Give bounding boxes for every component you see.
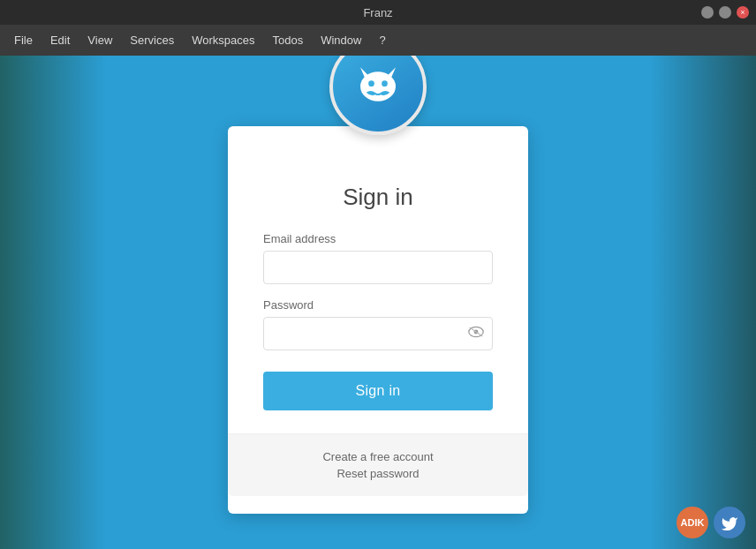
menu-services[interactable]: Services [123, 30, 181, 50]
minimize-button[interactable]: – [701, 6, 714, 19]
card-body: Sign in Email address Password [228, 184, 528, 419]
password-input[interactable] [263, 317, 493, 350]
login-card: Sign in Email address Password [228, 126, 528, 514]
bird-icon[interactable] [714, 507, 745, 538]
password-field-group: Password [263, 298, 493, 350]
window-controls: – □ × [701, 6, 749, 19]
password-label: Password [263, 298, 493, 312]
title-bar: Franz – □ × [0, 0, 756, 25]
svg-line-5 [470, 327, 483, 336]
card-footer: Create a free account Reset password [228, 433, 528, 496]
logo-wrapper [329, 56, 427, 135]
toggle-password-icon[interactable] [468, 326, 484, 342]
reset-password-link[interactable]: Reset password [263, 465, 493, 482]
main-content: Sign in Email address Password [0, 56, 756, 549]
menu-workspaces[interactable]: Workspaces [185, 30, 261, 50]
close-button[interactable]: × [737, 6, 749, 19]
menu-file[interactable]: File [7, 30, 40, 50]
bg-right-decoration [650, 56, 756, 549]
menu-edit[interactable]: Edit [43, 30, 77, 50]
franz-logo-icon [347, 64, 409, 109]
menu-bar: File Edit View Services Workspaces Todos… [0, 25, 756, 56]
svg-point-0 [360, 71, 396, 101]
menu-view[interactable]: View [80, 30, 119, 50]
menu-help[interactable]: ? [372, 30, 392, 50]
maximize-button[interactable]: □ [719, 6, 731, 19]
email-field-group: Email address [263, 232, 493, 284]
svg-point-1 [368, 80, 374, 86]
password-input-wrapper [263, 317, 493, 350]
menu-window[interactable]: Window [314, 30, 368, 50]
bg-left-decoration [0, 56, 106, 549]
svg-point-2 [382, 80, 388, 86]
create-account-link[interactable]: Create a free account [263, 448, 493, 465]
window-title: Franz [363, 6, 392, 19]
adik-icon[interactable]: ADIK [677, 507, 708, 538]
menu-todos[interactable]: Todos [265, 30, 310, 50]
email-input[interactable] [263, 251, 493, 284]
email-label: Email address [263, 232, 493, 245]
logo-circle [329, 56, 427, 135]
login-card-container: Sign in Email address Password [228, 91, 528, 514]
sign-in-title: Sign in [263, 184, 493, 211]
sign-in-button[interactable]: Sign in [263, 372, 493, 410]
bottom-icons: ADIK [677, 507, 745, 538]
